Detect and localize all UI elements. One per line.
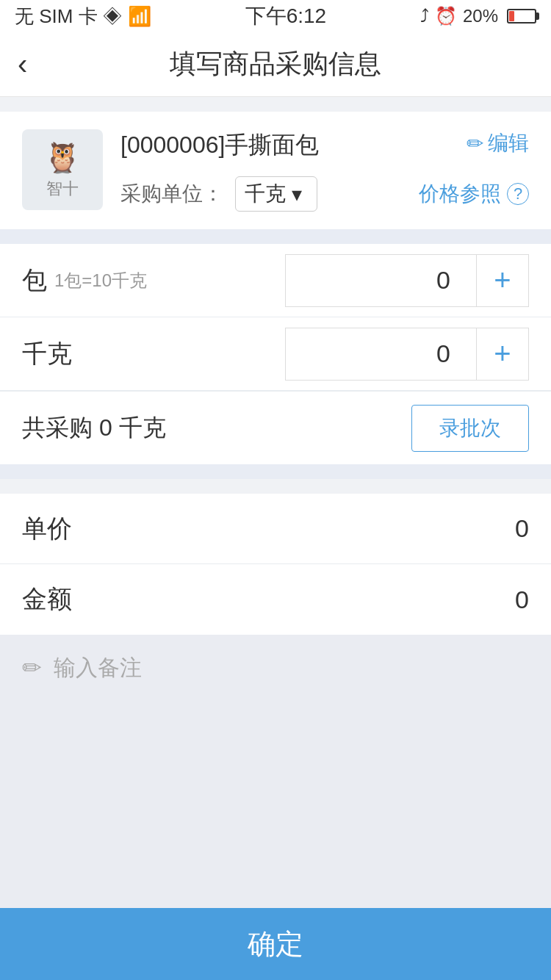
kg-label: 千克 xyxy=(22,337,72,371)
kg-input-row: 千克 + xyxy=(0,317,551,391)
amount-label: 金额 xyxy=(22,583,72,616)
edit-label: 编辑 xyxy=(488,129,529,157)
quantity-input-section: 包 1包=10千克 + 千克 + xyxy=(0,244,551,391)
kg-quantity-input[interactable] xyxy=(285,328,476,381)
package-plus-button[interactable]: + xyxy=(476,254,529,307)
package-quantity-input[interactable] xyxy=(285,254,476,307)
price-ref-help-icon: ? xyxy=(507,183,529,205)
battery-label: 20% xyxy=(463,6,498,26)
confirm-button[interactable]: 确定 xyxy=(0,908,551,980)
package-input-row: 包 1包=10千克 + xyxy=(0,244,551,317)
batch-button[interactable]: 录批次 xyxy=(411,405,529,452)
price-section: 单价 0 金额 0 xyxy=(0,494,551,635)
status-time: 下午6:12 xyxy=(245,2,327,30)
product-thumbnail: 🦉 智十 xyxy=(22,129,103,210)
total-label: 共采购 0 千克 xyxy=(22,412,166,444)
total-row: 共采购 0 千克 录批次 xyxy=(0,391,551,464)
dropdown-icon: ▾ xyxy=(292,182,302,206)
wifi-icon: 📶 xyxy=(128,5,151,28)
unit-price-row: 单价 0 xyxy=(0,494,551,564)
location-icon: ⤴ xyxy=(420,6,429,26)
back-button[interactable]: ‹ xyxy=(18,48,27,81)
sim-label: 无 SIM 卡 ◈ xyxy=(15,4,122,29)
package-label: 包 xyxy=(22,264,47,298)
nav-bar: ‹ 填写商品采购信息 xyxy=(0,32,551,97)
product-info: [0000006]手撕面包 ✏ 编辑 采购单位： 千克 ▾ 价格参照 ? xyxy=(120,129,529,212)
pencil-icon: ✏ xyxy=(22,654,42,682)
status-right: ⤴ ⏰ 20% xyxy=(420,6,536,26)
unit-price-value: 0 xyxy=(515,514,529,543)
price-reference-button[interactable]: 价格参照 ? xyxy=(419,180,529,208)
purchase-unit-label: 采购单位： xyxy=(120,180,223,208)
unit-select[interactable]: 千克 ▾ xyxy=(235,176,317,212)
product-logo-icon: 🦉 xyxy=(44,140,81,175)
note-placeholder: 输入备注 xyxy=(54,653,142,683)
page-title: 填写商品采购信息 xyxy=(170,46,381,82)
status-bar: 无 SIM 卡 ◈ 📶 下午6:12 ⤴ ⏰ 20% xyxy=(0,0,551,32)
price-ref-label: 价格参照 xyxy=(419,180,501,208)
unit-price-label: 单价 xyxy=(22,512,72,546)
amount-value: 0 xyxy=(515,586,529,614)
kg-input-right: + xyxy=(285,328,529,381)
product-card: 🦉 智十 [0000006]手撕面包 ✏ 编辑 采购单位： 千克 ▾ 价格参照 … xyxy=(0,112,551,229)
battery-icon xyxy=(507,9,536,24)
product-name: [0000006]手撕面包 xyxy=(120,129,319,162)
section-divider-2 xyxy=(0,464,551,479)
amount-row: 金额 0 xyxy=(0,564,551,635)
note-section[interactable]: ✏ 输入备注 xyxy=(0,635,551,701)
unit-value: 千克 xyxy=(245,180,286,208)
product-thumb-label: 智十 xyxy=(46,178,79,200)
section-divider-1 xyxy=(0,229,551,244)
alarm-icon: ⏰ xyxy=(435,6,457,26)
status-left: 无 SIM 卡 ◈ 📶 xyxy=(15,4,151,29)
edit-icon: ✏ xyxy=(467,131,483,156)
package-input-right: + xyxy=(285,254,529,307)
kg-plus-button[interactable]: + xyxy=(476,328,529,381)
edit-button[interactable]: ✏ 编辑 xyxy=(467,129,529,157)
package-sublabel: 1包=10千克 xyxy=(54,269,147,292)
